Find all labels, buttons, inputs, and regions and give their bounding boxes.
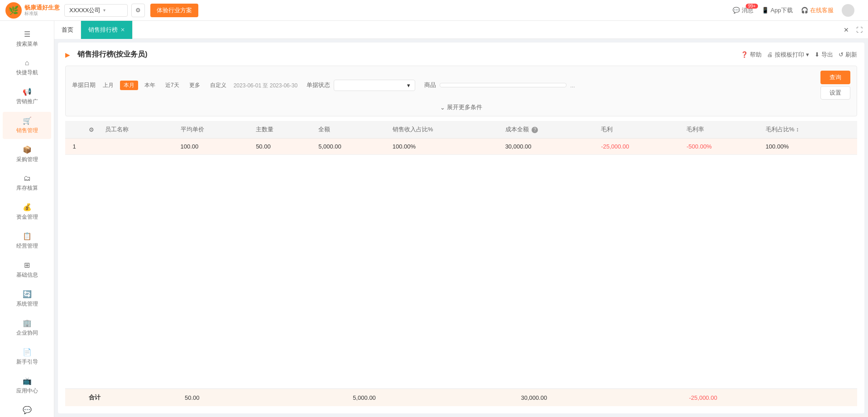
inventory-icon: 🗂 bbox=[24, 174, 31, 182]
cell-profit-ratio: 100.00% bbox=[760, 139, 857, 155]
cell-name bbox=[100, 139, 175, 155]
date-opt-more[interactable]: 更多 bbox=[186, 81, 204, 90]
table-header: ⚙ 员工名称 平均单价 主数量 全额 销售收入占比% 成本全额 ? bbox=[65, 121, 857, 139]
sidebar-item-label: 系统管理 bbox=[16, 300, 38, 308]
chevron-down-icon: ▾ bbox=[103, 8, 106, 13]
sidebar-item-system[interactable]: 🔄 系统管理 bbox=[3, 285, 51, 312]
tab-sales-rank[interactable]: 销售排行榜 ✕ bbox=[81, 21, 133, 39]
basic-icon: ⊞ bbox=[24, 261, 30, 269]
sidebar-item-operation[interactable]: 📋 经营管理 bbox=[3, 227, 51, 254]
print-button[interactable]: 🖨 按模板打印 ▾ bbox=[767, 51, 809, 59]
tab-home-label: 首页 bbox=[62, 26, 73, 34]
sidebar-item-app-center[interactable]: 📺 应用中心 bbox=[3, 372, 51, 399]
company-name: XXXXX公司 bbox=[69, 6, 101, 14]
filter-actions: 查询 设置 bbox=[820, 71, 850, 100]
data-table: ⚙ 员工名称 平均单价 主数量 全额 销售收入占比% 成本全额 ? bbox=[65, 121, 857, 155]
print-icon: 🖨 bbox=[767, 51, 773, 58]
message-button[interactable]: 💬 消息 99+ bbox=[733, 6, 753, 14]
page-wrapper: ▶ 销售排行榜(按业务员) ❓ 帮助 🖨 按模板打印 ▾ bbox=[65, 50, 857, 406]
col-name: 员工名称 bbox=[100, 121, 175, 139]
tab-bar: 首页 销售排行榜 ✕ ✕ ⛶ bbox=[54, 21, 868, 39]
sidebar-item-label: 资金管理 bbox=[16, 213, 38, 221]
sidebar-item-quick[interactable]: ⌂ 快捷导航 bbox=[3, 54, 51, 81]
status-select[interactable]: ▾ bbox=[334, 80, 415, 91]
status-label: 单据状态 bbox=[307, 81, 330, 89]
cell-profit: -25,000.00 bbox=[595, 139, 681, 155]
sidebar-item-basic[interactable]: ⊞ 基础信息 bbox=[3, 256, 51, 283]
content-area: 首页 销售排行榜 ✕ ✕ ⛶ ▶ 销售排行榜(按业务员) bbox=[54, 21, 868, 417]
sort-icon[interactable]: ↕ bbox=[796, 126, 799, 133]
topbar: 🌿 畅康通好生意 标准版 XXXXX公司 ▾ ⚙ 体验行业方案 💬 消息 99+… bbox=[0, 0, 868, 21]
tab-fullscreen-icon[interactable]: ⛶ bbox=[854, 24, 864, 35]
sidebar-item-wechat[interactable]: 💬 企业微信 bbox=[3, 401, 51, 417]
page-header: ▶ 销售排行榜(按业务员) ❓ 帮助 🖨 按模板打印 ▾ bbox=[65, 50, 857, 59]
page-actions: ❓ 帮助 🖨 按模板打印 ▾ ⬇ 导出 ↺ bbox=[741, 51, 857, 59]
expand-more-button[interactable]: ⌄ 展开更多条件 bbox=[440, 103, 482, 111]
print-chevron-icon: ▾ bbox=[806, 51, 809, 58]
date-opt-this-year[interactable]: 本年 bbox=[141, 81, 159, 90]
page-content: ▶ 销售排行榜(按业务员) ❓ 帮助 🖨 按模板打印 ▾ bbox=[58, 43, 864, 413]
operation-icon: 📋 bbox=[23, 232, 32, 240]
sidebar-item-label: 销售管理 bbox=[16, 127, 38, 134]
industry-button[interactable]: 体验行业方案 bbox=[150, 4, 198, 17]
logo-sub: 标准版 bbox=[24, 11, 60, 16]
filter-row: 单据日期 上月 本月 本年 近7天 更多 自定义 2023-06-01 至 20… bbox=[72, 71, 850, 100]
avatar[interactable] bbox=[842, 4, 854, 17]
sidebar-item-purchase[interactable]: 📦 采购管理 bbox=[3, 141, 51, 168]
tab-close-window-icon[interactable]: ✕ bbox=[842, 24, 851, 35]
app-download-button[interactable]: 📱 App下载 bbox=[762, 6, 793, 14]
online-service-button[interactable]: 🎧 在线客服 bbox=[801, 6, 834, 14]
app-icon: 📱 bbox=[762, 7, 769, 14]
date-opt-prev-month[interactable]: 上月 bbox=[99, 81, 117, 90]
sidebar: ☰ 搜索菜单 ⌂ 快捷导航 📢 营销推广 🛒 销售管理 📦 采购管理 🗂 库存核… bbox=[0, 21, 54, 417]
logo-main: 畅康通好生意 bbox=[24, 4, 60, 11]
sidebar-item-guide[interactable]: 📄 新手引导 bbox=[3, 343, 51, 370]
export-icon: ⬇ bbox=[815, 51, 820, 58]
tab-home[interactable]: 首页 bbox=[54, 21, 81, 39]
col-profit-rate: 毛利率 bbox=[681, 121, 760, 139]
logo-text: 畅康通好生意 标准版 bbox=[24, 4, 60, 17]
settings-icon-btn[interactable]: ⚙ bbox=[131, 4, 145, 17]
col-cost: 成本全额 ? bbox=[500, 121, 596, 139]
cost-tooltip-icon[interactable]: ? bbox=[532, 127, 538, 133]
company-selector[interactable]: XXXXX公司 ▾ bbox=[64, 4, 128, 17]
filter-settings-button[interactable]: 设置 bbox=[820, 86, 850, 100]
goods-label: 商品 bbox=[424, 81, 436, 89]
col-quantity: 主数量 bbox=[250, 121, 313, 139]
table-footer: 合计 50.00 5,000.00 30,000.00 -25,000.00 bbox=[65, 388, 857, 406]
help-button[interactable]: ❓ 帮助 bbox=[741, 51, 762, 59]
expand-arrow-icon[interactable]: ▶ bbox=[65, 51, 70, 58]
service-label: 在线客服 bbox=[810, 6, 834, 14]
logo-icon: 🌿 bbox=[5, 2, 22, 19]
total-profit: -25,000.00 bbox=[684, 394, 852, 401]
tab-sales-rank-label: 销售排行榜 bbox=[88, 26, 118, 34]
col-settings-icon[interactable]: ⚙ bbox=[89, 126, 94, 133]
expand-row: ⌄ 展开更多条件 bbox=[72, 103, 850, 111]
date-opt-custom[interactable]: 自定义 bbox=[206, 81, 230, 90]
date-opt-current-month[interactable]: 本月 bbox=[120, 81, 138, 90]
sidebar-item-inventory[interactable]: 🗂 库存核算 bbox=[3, 170, 51, 197]
total-label: 合计 bbox=[71, 393, 179, 402]
sidebar-item-label: 新手引导 bbox=[16, 358, 38, 366]
gear-icon: ⚙ bbox=[135, 7, 141, 14]
sidebar-item-marketing[interactable]: 📢 营销推广 bbox=[3, 83, 51, 110]
sidebar-item-search[interactable]: ☰ 搜索菜单 bbox=[3, 25, 51, 53]
refresh-button[interactable]: ↺ 刷新 bbox=[839, 51, 857, 59]
query-button[interactable]: 查询 bbox=[820, 71, 850, 84]
col-avg-price: 平均单价 bbox=[175, 121, 251, 139]
date-opt-7days[interactable]: 近7天 bbox=[162, 81, 183, 90]
more-filters-btn[interactable]: ... bbox=[570, 82, 575, 89]
tab-close-icon[interactable]: ✕ bbox=[120, 27, 125, 33]
cell-amount: 5,000.00 bbox=[313, 139, 387, 155]
export-button[interactable]: ⬇ 导出 bbox=[815, 51, 833, 59]
status-filter: 单据状态 ▾ bbox=[307, 80, 415, 91]
total-cost: 30,000.00 bbox=[516, 394, 684, 401]
col-profit: 毛利 bbox=[595, 121, 681, 139]
search-menu-icon: ☰ bbox=[24, 30, 30, 38]
sidebar-item-capital[interactable]: 💰 资金管理 bbox=[3, 198, 51, 225]
sidebar-item-enterprise[interactable]: 🏢 企业协同 bbox=[3, 314, 51, 341]
sidebar-item-sales[interactable]: 🛒 销售管理 bbox=[3, 112, 51, 139]
goods-input[interactable] bbox=[440, 83, 566, 87]
col-settings[interactable]: ⚙ bbox=[83, 121, 100, 139]
col-sales-ratio: 销售收入占比% bbox=[387, 121, 500, 139]
